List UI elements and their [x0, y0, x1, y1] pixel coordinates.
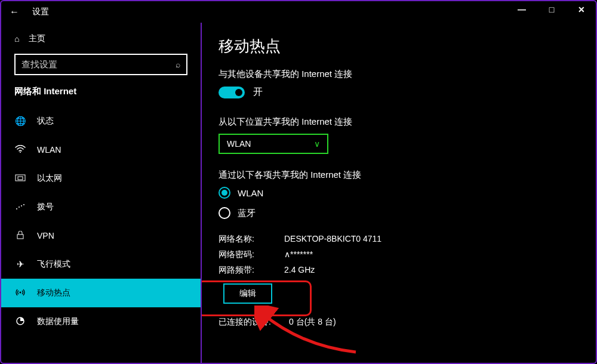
annotation-arrow	[254, 306, 362, 359]
nav-label: 飞行模式	[37, 259, 70, 270]
status-icon: 🌐	[14, 116, 26, 127]
share-label: 与其他设备共享我的 Internet 连接	[219, 69, 596, 80]
airplane-icon: ✈	[14, 259, 26, 270]
home-label: 主页	[29, 33, 45, 44]
nav-label: 移动热点	[37, 288, 70, 298]
radio-wlan-label: WLAN	[238, 188, 263, 198]
svg-point-5	[21, 205, 22, 206]
dropdown-value: WLAN	[227, 139, 251, 149]
search-input[interactable]: 查找设置 ⌕	[14, 54, 187, 75]
close-button[interactable]: ✕	[576, 5, 587, 14]
share-from-label: 从以下位置共享我的 Internet 连接	[219, 116, 596, 128]
nav-status[interactable]: 🌐 状态	[1, 107, 201, 135]
radio-bluetooth[interactable]: 蓝牙	[219, 207, 596, 219]
nav-datausage[interactable]: 数据使用量	[1, 307, 201, 336]
svg-rect-7	[17, 235, 23, 239]
svg-point-4	[19, 206, 20, 208]
nav-ethernet[interactable]: 以太网	[1, 164, 201, 193]
content-area: 移动热点 与其他设备共享我的 Internet 连接 开 从以下位置共享我的 I…	[202, 23, 596, 363]
connected-devices-row: 已连接的设备: 0 台(共 8 台)	[219, 317, 596, 328]
network-password-row: 网络密码: ∧*******	[219, 246, 596, 262]
minimize-button[interactable]: —	[516, 5, 528, 14]
nav-label: VPN	[37, 231, 54, 240]
search-placeholder: 查找设置	[21, 59, 57, 70]
network-band-row: 网路频带: 2.4 GHz	[219, 262, 596, 277]
home-icon: ⌂	[14, 34, 19, 44]
nav-dialup[interactable]: 拨号	[1, 193, 201, 221]
share-from-dropdown[interactable]: WLAN ∨	[219, 134, 328, 154]
sidebar: ⌂ 主页 查找设置 ⌕ 网络和 Internet 🌐 状态 WLAN	[1, 23, 202, 363]
chevron-down-icon: ∨	[314, 139, 320, 149]
dialup-icon	[14, 202, 26, 212]
title-bar: ← 设置 — □ ✕	[1, 1, 596, 23]
radio-wlan[interactable]: WLAN	[219, 187, 596, 199]
toggle-state: 开	[253, 86, 263, 98]
radio-bt-label: 蓝牙	[238, 208, 256, 219]
nav-label: 以太网	[37, 173, 62, 184]
svg-point-6	[23, 204, 24, 205]
svg-point-8	[20, 291, 21, 293]
search-icon: ⌕	[176, 60, 180, 69]
nav-label: WLAN	[37, 145, 61, 155]
maximize-button[interactable]: □	[546, 5, 558, 14]
edit-button[interactable]: 编辑	[223, 283, 272, 304]
ethernet-icon	[14, 174, 26, 184]
share-via-label: 通过以下各项共享我的 Internet 连接	[219, 169, 596, 181]
datausage-icon	[14, 316, 26, 328]
svg-point-3	[16, 208, 17, 209]
hotspot-icon	[14, 288, 26, 299]
back-button[interactable]: ←	[7, 7, 21, 17]
network-name-row: 网络名称: DESKTOP-8BKICT0 4711	[219, 231, 596, 246]
vpn-icon	[14, 231, 26, 241]
page-title: 移动热点	[219, 36, 596, 57]
nav-vpn[interactable]: VPN	[1, 221, 201, 250]
app-title: 设置	[32, 7, 49, 17]
section-label: 网络和 Internet	[1, 86, 201, 102]
home-button[interactable]: ⌂ 主页	[1, 29, 201, 54]
svg-rect-2	[18, 177, 23, 180]
nav-label: 数据使用量	[37, 316, 79, 327]
svg-point-0	[20, 152, 21, 153]
share-toggle[interactable]	[219, 87, 245, 98]
wlan-icon	[14, 145, 26, 155]
nav-wlan[interactable]: WLAN	[1, 135, 201, 164]
nav-label: 状态	[37, 116, 54, 127]
nav-label: 拨号	[37, 202, 54, 212]
nav-airplane[interactable]: ✈ 飞行模式	[1, 250, 201, 279]
nav-hotspot[interactable]: 移动热点	[1, 279, 201, 307]
